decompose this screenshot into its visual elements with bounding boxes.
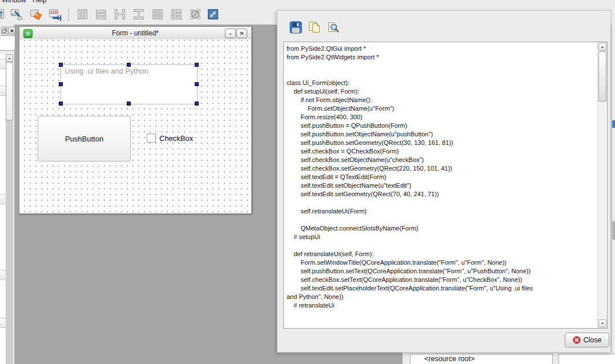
form-designer-window: D Form - untitled* - ✕ Using .ui files a…: [19, 26, 252, 214]
selection-handle-w[interactable]: [59, 82, 63, 86]
splitter-vertical-icon: [132, 7, 146, 21]
layout-grid-icon: [151, 7, 164, 21]
lay-out-horizontal-splitter-button[interactable]: [112, 7, 127, 22]
save-floppy-icon: [290, 21, 302, 34]
copy-button[interactable]: [307, 19, 322, 35]
checkbox-box[interactable]: [147, 134, 156, 143]
widget-box-scrollbar[interactable]: ▲: [6, 54, 13, 364]
lay-out-grid-button[interactable]: [150, 7, 165, 22]
resource-detail-panel: [558, 354, 615, 364]
edit-widgets-icon: [0, 7, 6, 21]
selection-handle-nw[interactable]: [59, 63, 63, 67]
selection-handle-s[interactable]: [127, 102, 131, 106]
tab-order-123-icon: 123: [48, 7, 62, 21]
widget-box-scroll-thumb[interactable]: [6, 62, 13, 120]
close-button[interactable]: Close: [565, 333, 609, 347]
code-scrollbar[interactable]: ▲ ▼: [597, 42, 607, 328]
textedit-widget[interactable]: Using .ui files and Python: [61, 64, 198, 104]
close-circle-icon: [573, 336, 581, 344]
tab-order-digits: 123: [50, 10, 58, 15]
edit-signals-slots-button[interactable]: [9, 7, 24, 22]
signal-slot-icon: [10, 7, 23, 21]
layout-columns-icon: [75, 7, 89, 21]
designer-window-icon: D: [23, 29, 33, 38]
pushbutton-widget[interactable]: PushButton: [38, 116, 131, 161]
scroll-up-arrow-icon[interactable]: ▲: [598, 43, 606, 51]
adjust-size-icon: [206, 7, 220, 21]
splitter-horizontal-icon: [113, 7, 127, 21]
code-scroll-thumb[interactable]: [598, 51, 606, 102]
close-button-label: Close: [584, 336, 602, 344]
selection-handle-sw[interactable]: [59, 102, 63, 106]
resource-root-item[interactable]: <resource root>: [410, 354, 553, 364]
dock-close-button[interactable]: [8, 27, 15, 34]
form-close-button[interactable]: ✕: [236, 29, 247, 38]
generated-python-code[interactable]: from PySide2.QtGui import * from PySide2…: [284, 42, 597, 328]
form-window-titlebar[interactable]: D Form - untitled* - ✕: [19, 27, 251, 40]
qt-designer-screen: Window Help 123: [0, 0, 615, 364]
scroll-down-arrow-icon[interactable]: ▼: [598, 319, 606, 327]
edit-widgets-button[interactable]: [0, 7, 7, 22]
lay-out-form-layout-button[interactable]: [169, 7, 184, 22]
selection-handle-se[interactable]: [195, 102, 199, 106]
menubar: Window Help: [0, 0, 615, 5]
right-dock-scroll-mark: [612, 221, 615, 240]
right-dock-sliver: [611, 25, 615, 364]
widget-box-list[interactable]: [0, 54, 6, 364]
code-view-frame: from PySide2.QtGui import * from PySide2…: [283, 42, 608, 329]
break-layout-icon: [188, 7, 202, 21]
copy-pages-icon: [308, 21, 321, 34]
form-canvas[interactable]: Using .ui files and Python PushButton Ch…: [19, 39, 251, 213]
form-window-title: Form - untitled*: [19, 29, 251, 37]
adjust-size-button[interactable]: [206, 7, 220, 22]
edit-buddies-button[interactable]: [29, 7, 43, 22]
menu-help[interactable]: Help: [33, 0, 47, 4]
selection-handle-n[interactable]: [127, 63, 131, 67]
textedit-placeholder: Using .ui files and Python: [61, 65, 197, 77]
checkbox-widget[interactable]: CheckBox: [147, 134, 193, 143]
view-python-code-dialog: from PySide2.QtGui import * from PySide2…: [277, 10, 611, 353]
resource-browser-dock: <resource root>: [403, 353, 615, 364]
dock-float-icon: [2, 28, 7, 33]
selection-handle-ne[interactable]: [195, 63, 199, 67]
dock-close-icon: [10, 29, 14, 33]
edit-tab-order-button[interactable]: 123: [47, 7, 62, 22]
menu-window[interactable]: Window: [2, 0, 26, 4]
checkbox-label: CheckBox: [159, 134, 193, 143]
layout-form-icon: [170, 7, 183, 21]
right-dock-selection-mark: [612, 120, 615, 128]
lay-out-horizontally-button[interactable]: [75, 7, 90, 22]
form-minimize-button[interactable]: -: [225, 29, 236, 38]
find-magnifier-icon: [326, 21, 340, 34]
lay-out-vertically-button[interactable]: [94, 7, 108, 22]
scroll-up-arrow-icon[interactable]: ▲: [6, 54, 13, 62]
toolbar-separator: [68, 9, 69, 21]
widget-box-dock: ▲: [0, 25, 15, 364]
buddy-tag-icon: [29, 7, 43, 21]
layout-rows-icon: [94, 7, 108, 21]
find-button[interactable]: [325, 19, 340, 35]
lay-out-vertical-splitter-button[interactable]: [131, 7, 146, 22]
widget-filter-input[interactable]: [0, 35, 15, 51]
break-layout-button[interactable]: [188, 7, 203, 22]
selection-handle-e[interactable]: [195, 82, 199, 86]
save-button[interactable]: [288, 19, 303, 35]
